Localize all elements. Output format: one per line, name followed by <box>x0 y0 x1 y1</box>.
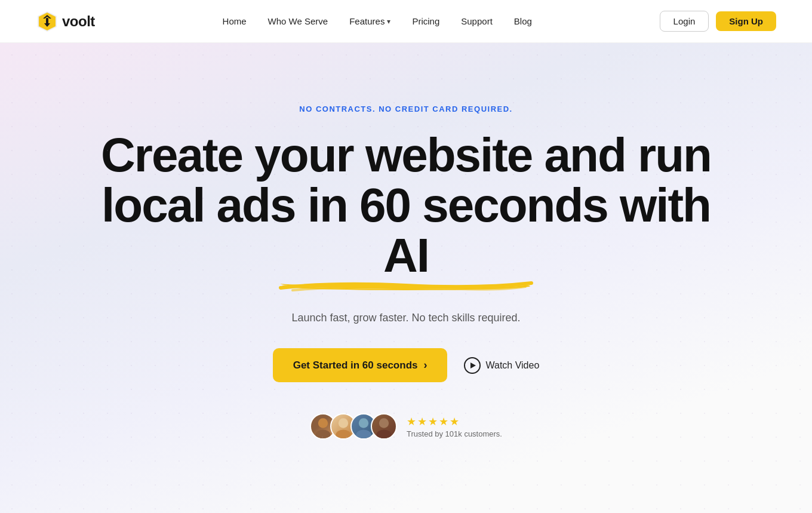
hero-eyebrow: NO CONTRACTS. NO CREDIT CARD REQUIRED. <box>299 105 512 113</box>
star-1: ★ <box>407 415 416 428</box>
hero-cta-row: Get Started in 60 seconds › Watch Video <box>273 348 540 382</box>
swoosh-decoration <box>275 278 537 293</box>
play-circle-icon <box>464 357 481 374</box>
stars-row: ★ ★ ★ ★ ★ <box>407 415 459 428</box>
hero-title: Create your website and run local ads in… <box>78 130 734 281</box>
social-proof-text: ★ ★ ★ ★ ★ Trusted by 101k customers. <box>407 415 502 438</box>
logo-icon <box>36 10 59 33</box>
arrow-right-icon: › <box>423 359 427 371</box>
main-nav: Home Who We Serve Features ▾ Pricing Sup… <box>223 16 532 26</box>
social-proof: ★ ★ ★ ★ ★ Trusted by 101k customers. <box>310 413 502 440</box>
svg-point-5 <box>318 418 328 428</box>
hero-title-line2: local ads in 60 seconds with AI <box>78 180 734 281</box>
signup-button[interactable]: Sign Up <box>716 11 776 31</box>
star-3: ★ <box>428 415 438 428</box>
star-4: ★ <box>439 415 448 428</box>
nav-pricing[interactable]: Pricing <box>412 16 439 26</box>
get-started-button[interactable]: Get Started in 60 seconds › <box>273 348 448 382</box>
svg-point-6 <box>315 429 330 438</box>
svg-point-9 <box>359 418 368 428</box>
nav-who-we-serve[interactable]: Who We Serve <box>268 16 328 26</box>
header: voolt Home Who We Serve Features ▾ Prici… <box>0 0 812 43</box>
nav-features[interactable]: Features ▾ <box>349 16 390 26</box>
header-actions: Login Sign Up <box>660 11 776 32</box>
svg-point-8 <box>336 429 350 438</box>
svg-point-12 <box>376 429 391 438</box>
svg-point-7 <box>339 418 348 428</box>
watch-video-button[interactable]: Watch Video <box>464 357 539 374</box>
hero-section: NO CONTRACTS. NO CREDIT CARD REQUIRED. C… <box>0 43 812 513</box>
trusted-text: Trusted by 101k customers. <box>407 429 502 438</box>
nav-support[interactable]: Support <box>461 16 493 26</box>
avatar-stack <box>310 413 397 440</box>
avatar <box>371 413 397 440</box>
features-chevron-icon: ▾ <box>387 17 390 26</box>
nav-home[interactable]: Home <box>223 16 247 26</box>
hero-title-line1: Create your website and run <box>101 128 711 182</box>
svg-point-10 <box>356 429 371 438</box>
logo-wordmark: voolt <box>62 13 95 30</box>
svg-point-11 <box>379 418 389 428</box>
nav-blog[interactable]: Blog <box>514 16 532 26</box>
star-5: ★ <box>450 415 459 428</box>
hero-subtitle: Launch fast, grow faster. No tech skills… <box>291 312 520 324</box>
login-button[interactable]: Login <box>660 11 709 32</box>
logo[interactable]: voolt <box>36 10 95 33</box>
play-triangle-icon <box>470 363 476 368</box>
star-2: ★ <box>417 415 427 428</box>
